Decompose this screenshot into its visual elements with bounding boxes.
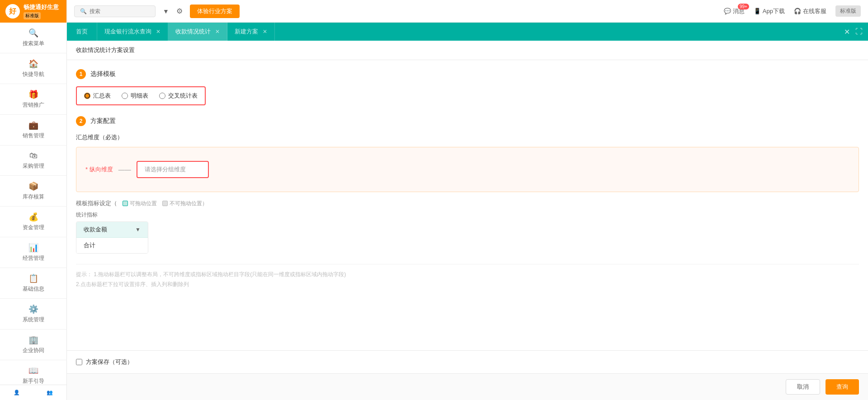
tabbar-right: ✕ ⛶	[844, 28, 868, 36]
tab-new-plan[interactable]: 新建方案 ✕	[227, 23, 275, 41]
page-title: 收款情况统计方案设置	[76, 47, 135, 53]
legend-draggable-dot	[123, 201, 128, 206]
marketing-icon: 🎁	[28, 89, 38, 99]
service-icon: 🎧	[794, 8, 801, 14]
sidebar-item-sales[interactable]: 💼 销售管理	[0, 115, 66, 146]
app-download-item[interactable]: 📱 App下载	[754, 7, 785, 15]
sidebar-item-search-menu[interactable]: 🔍 搜索菜单	[0, 23, 66, 53]
sidebar-item-enterprise[interactable]: 🏢 企业协同	[0, 329, 66, 360]
tab-bank-flow[interactable]: 现金银行流水查询 ✕	[97, 23, 168, 41]
tab-home[interactable]: 首页	[67, 23, 97, 41]
option-summary[interactable]: 汇总表	[84, 92, 111, 100]
sidebar-menu: 🔍 搜索菜单 🏠 快捷导航 🎁 营销推广 💼 销售管理 🛍 采购管理 📦 库存核…	[0, 23, 66, 385]
column-dropdown-icon[interactable]: ▼	[135, 226, 141, 233]
app-icon: 📱	[754, 8, 761, 14]
sidebar-item-basic-info[interactable]: 📋 基础信息	[0, 268, 66, 299]
tab-new-plan-close[interactable]: ✕	[263, 28, 267, 35]
purchase-icon: 🛍	[29, 151, 38, 160]
tabbar: 首页 现金银行流水查询 ✕ 收款情况统计 ✕ 新建方案 ✕ ✕ ⛶	[67, 23, 868, 41]
sidebar-item-finance[interactable]: 💰 资金管理	[0, 207, 66, 237]
metrics-table-row-total: 合计	[76, 238, 148, 253]
tip-text-2: 2.点击标题栏下拉可设置排序、插入列和删除列	[76, 280, 859, 290]
metrics-section: 模板指标设定（ 可拖动位置 不可拖动位置）	[76, 199, 859, 255]
tips-section: 提示： 1.拖动标题栏可以调整布局，不可跨维度或指标区域拖动栏目字段(只能在同一…	[76, 264, 859, 295]
quick-nav-icon: 🏠	[28, 59, 38, 69]
sidebar-item-purchase[interactable]: 🛍 采购管理	[0, 146, 66, 176]
sidebar-avatar1[interactable]: 👤	[14, 390, 20, 395]
basic-info-icon: 📋	[28, 273, 38, 283]
legend-draggable: 可拖动位置	[123, 200, 157, 207]
metrics-table: 收款金额 ▼ 合计	[76, 221, 148, 254]
tabbar-expand-icon[interactable]: ⛶	[855, 28, 863, 36]
dimension-area: * 纵向维度 —— 请选择分组维度	[76, 147, 859, 192]
metrics-legend: 可拖动位置 不可拖动位置）	[123, 200, 208, 207]
user-info[interactable]: 标准版	[835, 5, 861, 17]
save-section: 方案保存（可选）	[67, 350, 868, 373]
logo-text: 畅捷通好生意 标准版	[24, 3, 59, 19]
legend-fixed: 不可拖动位置）	[162, 200, 208, 207]
search-menu-icon: 🔍	[28, 28, 38, 38]
dimension-row-vertical: * 纵向维度 —— 请选择分组维度	[85, 161, 209, 178]
section2-title: 2 方案配置	[76, 116, 859, 126]
main-area: 🔍 ▼ ⚙ 体验行业方案 💬 消息 99+ 📱 App下载 🎧 在线客服 标准版	[67, 0, 868, 400]
search-input[interactable]	[90, 8, 148, 14]
avatar1-icon: 👤	[14, 390, 20, 395]
radio-summary[interactable]	[84, 93, 90, 99]
query-button[interactable]: 查询	[826, 379, 859, 395]
radio-cross[interactable]	[159, 93, 165, 99]
tab-collect-stat-close[interactable]: ✕	[215, 28, 220, 35]
tab-collect-stat[interactable]: 收款情况统计 ✕	[168, 23, 227, 41]
sidebar-item-operations[interactable]: 📊 经营管理	[0, 237, 66, 268]
sidebar-logo: 好 畅捷通好生意 标准版	[0, 0, 66, 23]
topbar-right: 💬 消息 99+ 📱 App下载 🎧 在线客服 标准版	[724, 5, 861, 17]
dimension-label: 汇总维度（必选）	[76, 133, 859, 141]
metrics-table-header[interactable]: 收款金额 ▼	[76, 222, 148, 238]
sidebar: 好 畅捷通好生意 标准版 🔍 搜索菜单 🏠 快捷导航 🎁 营销推广 💼 销售管理…	[0, 0, 67, 400]
metrics-title: 模板指标设定（ 可拖动位置 不可拖动位置）	[76, 199, 859, 207]
topbar-gear-icon[interactable]: ⚙	[176, 7, 183, 15]
cancel-button[interactable]: 取消	[786, 379, 820, 395]
search-icon: 🔍	[80, 8, 87, 14]
footer: 取消 查询	[67, 373, 868, 400]
guide-icon: 📖	[28, 366, 38, 376]
sidebar-bottom: 👤 👥	[0, 385, 66, 400]
dimension-select[interactable]: 请选择分组维度	[137, 161, 209, 178]
topbar: 🔍 ▼ ⚙ 体验行业方案 💬 消息 99+ 📱 App下载 🎧 在线客服 标准版	[67, 0, 868, 23]
sidebar-item-system[interactable]: ⚙️ 系统管理	[0, 299, 66, 329]
online-service-item[interactable]: 🎧 在线客服	[794, 7, 826, 15]
section1-title: 1 选择模板	[76, 69, 859, 79]
search-box: 🔍	[74, 5, 156, 17]
system-icon: ⚙️	[28, 304, 38, 314]
finance-icon: 💰	[28, 212, 38, 222]
save-label: 方案保存（可选）	[86, 358, 133, 366]
sidebar-item-inventory[interactable]: 📦 库存核算	[0, 176, 66, 207]
section-template: 1 选择模板 汇总表 明细表 交叉统计表	[76, 69, 859, 105]
stat-label-text: 统计指标	[76, 211, 859, 219]
sidebar-item-marketing[interactable]: 🎁 营销推广	[0, 84, 66, 115]
section-config: 2 方案配置 汇总维度（必选） * 纵向维度 —— 请选择分组维度	[76, 116, 859, 295]
radio-detail[interactable]	[122, 93, 128, 99]
sidebar-item-quick-nav[interactable]: 🏠 快捷导航	[0, 53, 66, 84]
content-area: 收款情况统计方案设置 1 选择模板 汇总表 明细表	[67, 41, 868, 400]
message-icon: 💬	[724, 8, 731, 14]
legend-fixed-dot	[162, 201, 168, 206]
industry-btn[interactable]: 体验行业方案	[190, 5, 240, 18]
inventory-icon: 📦	[28, 181, 38, 191]
option-cross[interactable]: 交叉统计表	[159, 92, 198, 100]
template-options: 汇总表 明细表 交叉统计表	[76, 86, 206, 105]
operations-icon: 📊	[28, 243, 38, 253]
option-detail[interactable]: 明细表	[122, 92, 148, 100]
content-body: 1 选择模板 汇总表 明细表 交叉统计表	[67, 60, 868, 350]
sidebar-item-guide[interactable]: 📖 新手引导	[0, 360, 66, 385]
content-header: 收款情况统计方案设置	[67, 41, 868, 60]
messages-item[interactable]: 💬 消息 99+	[724, 7, 745, 15]
enterprise-icon: 🏢	[28, 335, 38, 345]
sidebar-avatar2[interactable]: 👥	[47, 390, 53, 395]
logo-icon: 好	[5, 4, 20, 19]
sales-icon: 💼	[28, 120, 38, 130]
tabbar-close-icon[interactable]: ✕	[844, 28, 850, 36]
tip-text-1: 提示： 1.拖动标题栏可以调整布局，不可跨维度或指标区域拖动栏目字段(只能在同一…	[76, 270, 859, 280]
tab-bank-flow-close[interactable]: ✕	[156, 28, 160, 35]
save-checkbox[interactable]	[76, 359, 82, 365]
topbar-dropdown-icon[interactable]: ▼	[163, 8, 169, 15]
